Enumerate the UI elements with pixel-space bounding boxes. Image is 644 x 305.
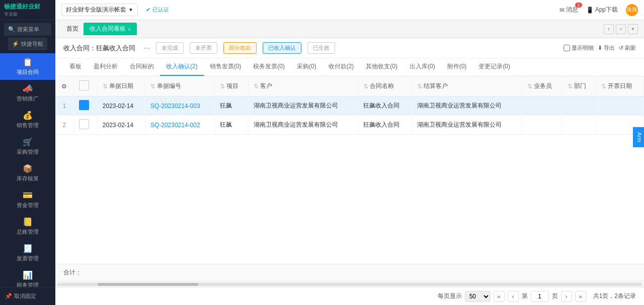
sidebar-item-invoice[interactable]: 🧾 发票管理 bbox=[0, 240, 55, 266]
capital-icon: 💳 bbox=[23, 190, 33, 200]
topbar-right: ✉ 1 消息 📱 App下载 珠珠 bbox=[559, 4, 638, 16]
subtab-tax-invoice[interactable]: 税务发票(0) bbox=[247, 58, 291, 76]
col-contract-header[interactable]: ⇅合同名称 bbox=[358, 76, 412, 96]
subtab-sales-invoice[interactable]: 销售发票(0) bbox=[204, 58, 248, 76]
user-avatar[interactable]: 珠珠 bbox=[626, 4, 638, 16]
contract-title-prefix: 收入合同： bbox=[63, 44, 96, 52]
refresh-label: 刷新 bbox=[625, 44, 636, 52]
row-salesperson-1 bbox=[522, 96, 562, 116]
col-settings[interactable]: ⚙ bbox=[55, 76, 73, 96]
sidebar: 畅捷通好业财 专业版 🔍 搜索菜单 ⚡ 快捷导航 📋 项目合同 📣 营销推广 💰… bbox=[0, 0, 55, 305]
row-invoice-date-1 bbox=[596, 96, 644, 116]
col-date-header[interactable]: ⇅单据日期 bbox=[97, 76, 145, 96]
per-page-select[interactable]: 20 50 100 bbox=[465, 291, 491, 302]
app-download-button[interactable]: 📱 App下载 bbox=[586, 6, 618, 14]
show-detail-checkbox[interactable] bbox=[564, 45, 570, 51]
last-page-button[interactable]: » bbox=[575, 291, 586, 302]
status-partial-btn[interactable]: 部分收款 bbox=[223, 42, 257, 54]
row-checkbox-1[interactable] bbox=[73, 96, 97, 116]
tab-next-button[interactable]: › bbox=[616, 24, 626, 34]
refresh-icon: ↺ bbox=[619, 45, 623, 51]
company-selector[interactable]: 好业财专业版演示帐套 ▼ bbox=[61, 4, 138, 16]
col-salesperson-header[interactable]: ⇅业务员 bbox=[522, 76, 562, 96]
col-dept-header[interactable]: ⇅部门 bbox=[562, 76, 596, 96]
right-action-button[interactable]: Arm bbox=[633, 127, 644, 147]
subtab-other-income[interactable]: 其他收支(0) bbox=[360, 58, 404, 76]
export-button[interactable]: ⬇ 导出 bbox=[598, 44, 615, 52]
col-customer-header[interactable]: ⇅客户 bbox=[249, 76, 358, 96]
prev-page-button[interactable]: ‹ bbox=[508, 291, 519, 302]
cert-label: 已认证 bbox=[152, 6, 169, 14]
doc-link-1[interactable]: SQ-20230214-003 bbox=[150, 103, 200, 110]
tab-close-button[interactable]: × bbox=[128, 26, 131, 32]
more-options-button[interactable]: ··· bbox=[143, 44, 150, 53]
inventory-icon: 📦 bbox=[23, 164, 33, 173]
sidebar-item-purchase[interactable]: 🛒 采购管理 bbox=[0, 133, 55, 160]
sidebar-item-sales[interactable]: 💰 销售管理 bbox=[0, 107, 55, 133]
subtab-attachment[interactable]: 附件(0) bbox=[441, 58, 473, 76]
quick-nav-button[interactable]: ⚡ 快捷导航 bbox=[8, 38, 47, 50]
sort-icon-settle: ⇅ bbox=[417, 83, 422, 90]
refresh-button[interactable]: ↺ 刷新 bbox=[619, 44, 636, 52]
page-label-2: 页 bbox=[552, 292, 558, 300]
col-settle-header[interactable]: ⇅结算客户 bbox=[412, 76, 522, 96]
sidebar-item-inventory[interactable]: 📦 库存核算 bbox=[0, 160, 55, 186]
row-settle-2: 湖南卫视商业运营发展有限公司 bbox=[412, 116, 522, 135]
check-icon: ✔ bbox=[146, 7, 150, 13]
search-menu-button[interactable]: 🔍 搜索菜单 bbox=[4, 23, 51, 36]
col-docno-header[interactable]: ⇅单据编号 bbox=[145, 76, 214, 96]
contract-title: 收入合同：狂飙收入合同 bbox=[63, 44, 135, 53]
subtab-change-log[interactable]: 变更记录(0) bbox=[472, 58, 516, 76]
scrollbar-thumb[interactable] bbox=[98, 283, 198, 286]
tab-close-all-button[interactable]: × bbox=[628, 24, 638, 34]
page-label: 第 bbox=[522, 292, 528, 300]
sort-icon-project: ⇅ bbox=[220, 83, 225, 90]
main-area: 好业财专业版演示帐套 ▼ ✔ 已认证 ✉ 1 消息 📱 App下载 珠珠 bbox=[55, 0, 644, 305]
table-row[interactable]: 1 2023-02-14 SQ-20230214-003 狂飙 湖南卫视商业运营… bbox=[55, 96, 644, 116]
subtab-profit[interactable]: 盈利分析 bbox=[88, 58, 124, 76]
row-checkbox-2[interactable] bbox=[73, 116, 97, 135]
row-docno-2[interactable]: SQ-20230214-002 bbox=[145, 116, 214, 135]
home-tab[interactable]: 首页 bbox=[61, 25, 84, 33]
horizontal-scrollbar[interactable] bbox=[55, 281, 644, 287]
search-icon: 🔍 bbox=[8, 26, 15, 33]
subtab-subject[interactable]: 合同标的 bbox=[124, 58, 160, 76]
sort-icon-docno: ⇅ bbox=[150, 83, 155, 90]
sidebar-item-capital[interactable]: 💳 资金管理 bbox=[0, 186, 55, 213]
message-button[interactable]: ✉ 1 消息 bbox=[559, 6, 578, 14]
col-project-header[interactable]: ⇅项目 bbox=[215, 76, 249, 96]
unpin-button[interactable]: 📌 取消固定 bbox=[3, 290, 52, 302]
contract-title-value: 狂飙收入合同 bbox=[96, 44, 135, 52]
subtab-revenue-confirm[interactable]: 收入确认(2) bbox=[160, 58, 204, 76]
active-tab[interactable]: 收入合同看板 × bbox=[84, 23, 137, 35]
sidebar-item-tax[interactable]: 📊 税务管理 bbox=[0, 266, 55, 287]
total-info: 共1页，2条记录 bbox=[593, 292, 636, 300]
tab-prev-button[interactable]: ‹ bbox=[604, 24, 614, 34]
quick-nav-label: 快捷导航 bbox=[21, 40, 43, 48]
subtab-payment[interactable]: 收付款(2) bbox=[323, 58, 360, 76]
data-table: ⚙ ⇅单据日期 ⇅单据编号 ⇅项目 ⇅客户 bbox=[55, 76, 644, 135]
col-invoice-date-header[interactable]: ⇅开票日期 bbox=[596, 76, 644, 96]
sidebar-item-general[interactable]: 📒 总账管理 bbox=[0, 213, 55, 240]
subtab-purchase[interactable]: 采购(0) bbox=[291, 58, 323, 76]
doc-link-2[interactable]: SQ-20230214-002 bbox=[150, 122, 200, 129]
subtab-bar: 看板 盈利分析 合同标的 收入确认(2) 销售发票(0) 税务发票(0) 采购(… bbox=[55, 58, 644, 76]
subtab-inout[interactable]: 出入库(0) bbox=[404, 58, 441, 76]
show-detail-checkbox-label[interactable]: 显示明细 bbox=[564, 44, 594, 52]
status-effective-btn[interactable]: 已生效 bbox=[307, 42, 335, 54]
sidebar-label-marketing: 营销推广 bbox=[17, 95, 39, 103]
data-table-area: ⚙ ⇅单据日期 ⇅单据编号 ⇅项目 ⇅客户 bbox=[55, 76, 644, 264]
select-all-checkbox[interactable] bbox=[79, 80, 89, 90]
first-page-button[interactable]: « bbox=[494, 291, 505, 302]
status-confirmed-btn[interactable]: 已收入确认 bbox=[263, 42, 301, 54]
subtab-kanban[interactable]: 看板 bbox=[63, 58, 88, 76]
sidebar-item-project[interactable]: 📋 项目合同 bbox=[0, 53, 55, 80]
next-page-button[interactable]: › bbox=[561, 291, 572, 302]
col-checkbox[interactable] bbox=[73, 76, 97, 96]
status-incomplete-btn[interactable]: 未完成 bbox=[156, 42, 184, 54]
status-uninvoiced-btn[interactable]: 未开票 bbox=[190, 42, 217, 54]
sidebar-item-marketing[interactable]: 📣 营销推广 bbox=[0, 80, 55, 107]
page-number-input[interactable] bbox=[531, 291, 549, 302]
row-docno-1[interactable]: SQ-20230214-003 bbox=[145, 96, 214, 116]
table-row[interactable]: 2 2023-02-14 SQ-20230214-002 狂飙 湖南卫视商业运营… bbox=[55, 116, 644, 135]
